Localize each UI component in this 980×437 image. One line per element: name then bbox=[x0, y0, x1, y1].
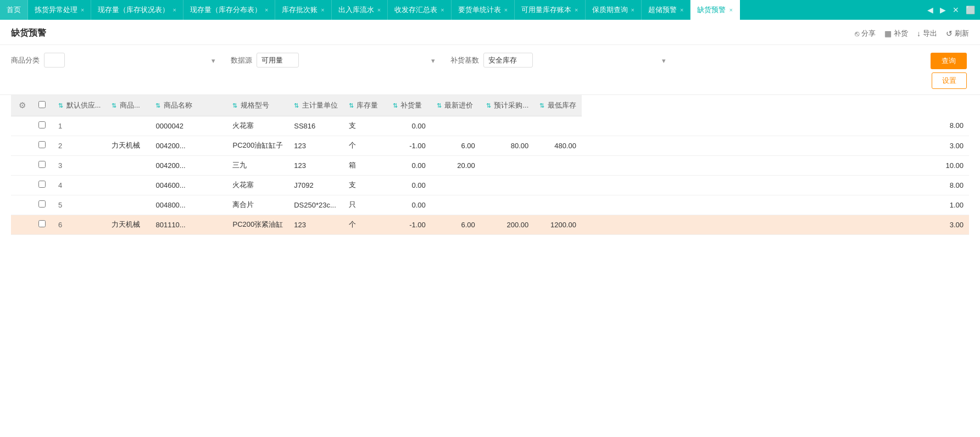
row-latest-price-0 bbox=[481, 116, 534, 136]
tab-expand-button[interactable]: ⬜ bbox=[963, 4, 978, 15]
row-unit-5: 个 bbox=[343, 215, 387, 234]
tab-close-inventory-dist[interactable]: × bbox=[265, 7, 268, 13]
gear-icon[interactable]: ⚙ bbox=[19, 100, 26, 110]
tab-inout-flow[interactable]: 出入库流水 × bbox=[332, 0, 388, 20]
row-min-stock-1: 3.00 bbox=[582, 136, 969, 155]
row-unit-2: 箱 bbox=[343, 155, 387, 175]
row-restock-qty-2: 20.00 bbox=[431, 155, 481, 175]
tab-collect-summary[interactable]: 收发存汇总表 × bbox=[388, 0, 451, 20]
col-spec[interactable]: ⇅ 规格型号 bbox=[227, 95, 288, 116]
sort-icon-est-purchase: ⇅ bbox=[486, 102, 491, 109]
tab-close-all-button[interactable]: ✕ bbox=[950, 4, 962, 15]
tab-home[interactable]: 首页 bbox=[0, 0, 28, 20]
restock-select[interactable]: 安全库存 bbox=[483, 53, 533, 68]
refresh-button[interactable]: ↺ 刷新 bbox=[946, 29, 969, 38]
col-settings: ⚙ bbox=[11, 95, 33, 116]
tab-demand-stats[interactable]: 要货单统计表 × bbox=[452, 0, 515, 20]
row-name-0: 火花塞 bbox=[227, 116, 288, 136]
row-restock-qty-3 bbox=[431, 175, 481, 195]
tab-inventory-dist[interactable]: 现存量（库存分布表） × bbox=[183, 0, 275, 20]
col-default-supplier[interactable]: ⇅ 默认供应... bbox=[53, 95, 106, 116]
row-stock-3: 0.00 bbox=[387, 175, 431, 195]
replenish-button[interactable]: ▦ 补货 bbox=[884, 29, 908, 38]
tab-close-demand-stats[interactable]: × bbox=[504, 7, 508, 13]
tab-abnormal[interactable]: 拣货异常处理 × bbox=[28, 0, 91, 20]
tab-close-overstock[interactable]: × bbox=[680, 7, 683, 13]
row-checkbox-3[interactable] bbox=[33, 175, 53, 195]
table-row: 2 力天机械 004200... PC200油缸缸子 123 个 -1.00 6… bbox=[11, 136, 969, 155]
row-num-1: 2 bbox=[53, 136, 106, 155]
row-select-0[interactable] bbox=[38, 121, 46, 128]
row-checkbox-0[interactable] bbox=[33, 116, 53, 136]
header-actions: ⎋ 分享 ▦ 补货 ↓ 导出 ↺ 刷新 bbox=[855, 29, 969, 38]
col-est-purchase[interactable]: ⇅ 预计采购... bbox=[481, 95, 534, 116]
row-code-2: 004200... bbox=[150, 155, 227, 175]
row-select-4[interactable] bbox=[38, 200, 46, 208]
row-unit-0: 支 bbox=[343, 116, 387, 136]
row-code-5: 801110... bbox=[150, 215, 227, 234]
sort-icon-code: ⇅ bbox=[112, 102, 116, 109]
row-min-stock-3: 8.00 bbox=[582, 175, 969, 195]
row-supplier-1: 力天机械 bbox=[106, 136, 150, 155]
tab-shortage[interactable]: 缺货预警 × bbox=[691, 0, 739, 20]
tab-close-expiry-query[interactable]: × bbox=[631, 7, 634, 13]
export-button[interactable]: ↓ 导出 bbox=[917, 29, 937, 38]
datasource-select[interactable]: 可用量 bbox=[257, 53, 299, 68]
row-checkbox-1[interactable] bbox=[33, 136, 53, 155]
filter-group-category: 商品分类 bbox=[11, 53, 220, 68]
row-est-purchase-3 bbox=[534, 175, 582, 195]
row-latest-price-5: 200.00 bbox=[481, 215, 534, 234]
row-gear-1 bbox=[11, 136, 33, 155]
tab-available-ledger[interactable]: 可用量库存账本 × bbox=[515, 0, 585, 20]
col-latest-price[interactable]: ⇅ 最新进价 bbox=[431, 95, 481, 116]
row-unit-1: 个 bbox=[343, 136, 387, 155]
query-button[interactable]: 查询 bbox=[931, 53, 967, 69]
col-product-name[interactable]: ⇅ 商品名称 bbox=[150, 95, 227, 116]
row-name-4: 离合片 bbox=[227, 195, 288, 215]
tab-inventory-status[interactable]: 现存量（库存状况表） × bbox=[91, 0, 183, 20]
tab-close-collect-summary[interactable]: × bbox=[441, 7, 444, 13]
table-row: 5 004800... 离合片 DS250*23c... 只 0.00 1.00 bbox=[11, 195, 969, 215]
tab-batch[interactable]: 库存批次账 × bbox=[275, 0, 331, 20]
col-restock-qty[interactable]: ⇅ 补货量 bbox=[387, 95, 431, 116]
row-restock-qty-0 bbox=[431, 116, 481, 136]
tab-close-inventory-status[interactable]: × bbox=[172, 7, 176, 13]
tab-close-abnormal[interactable]: × bbox=[81, 7, 84, 13]
tab-close-shortage[interactable]: × bbox=[729, 7, 732, 13]
row-select-5[interactable] bbox=[38, 220, 46, 227]
row-name-2: 三九 bbox=[227, 155, 288, 175]
row-spec-5: 123 bbox=[288, 215, 343, 234]
category-select[interactable] bbox=[44, 53, 65, 68]
row-checkbox-4[interactable] bbox=[33, 195, 53, 215]
export-icon: ↓ bbox=[917, 29, 921, 38]
tab-expiry-query[interactable]: 保质期查询 × bbox=[586, 0, 642, 20]
select-all-checkbox[interactable] bbox=[38, 101, 46, 108]
col-stock[interactable]: ⇅ 库存量 bbox=[343, 95, 387, 116]
row-stock-5: -1.00 bbox=[387, 215, 431, 234]
row-est-purchase-0 bbox=[534, 116, 582, 136]
sort-icon-min-stock: ⇅ bbox=[539, 102, 544, 109]
col-product-code[interactable]: ⇅ 商品... bbox=[106, 95, 150, 116]
row-checkbox-5[interactable] bbox=[33, 215, 53, 234]
col-min-stock[interactable]: ⇅ 最低库存 bbox=[534, 95, 582, 116]
sort-icon-restock-qty: ⇅ bbox=[393, 102, 398, 109]
row-spec-1: 123 bbox=[288, 136, 343, 155]
tab-overstock[interactable]: 超储预警 × bbox=[642, 0, 691, 20]
tab-close-available-ledger[interactable]: × bbox=[575, 7, 578, 13]
row-checkbox-2[interactable] bbox=[33, 155, 53, 175]
row-latest-price-2 bbox=[481, 155, 534, 175]
row-select-1[interactable] bbox=[38, 141, 46, 148]
setting-button[interactable]: 设置 bbox=[932, 72, 967, 89]
share-button[interactable]: ⎋ 分享 bbox=[855, 29, 876, 38]
tab-close-batch[interactable]: × bbox=[321, 7, 324, 13]
row-select-3[interactable] bbox=[38, 181, 46, 188]
row-restock-qty-4 bbox=[431, 195, 481, 215]
tab-prev-button[interactable]: ◀ bbox=[925, 4, 936, 15]
tab-next-button[interactable]: ▶ bbox=[937, 4, 949, 15]
row-min-stock-0: 8.00 bbox=[582, 116, 969, 136]
row-select-2[interactable] bbox=[38, 161, 46, 168]
row-code-4: 004800... bbox=[150, 195, 227, 215]
col-unit[interactable]: ⇅ 主计量单位 bbox=[288, 95, 343, 116]
tab-close-inout-flow[interactable]: × bbox=[377, 7, 381, 13]
row-est-purchase-5: 1200.00 bbox=[534, 215, 582, 234]
